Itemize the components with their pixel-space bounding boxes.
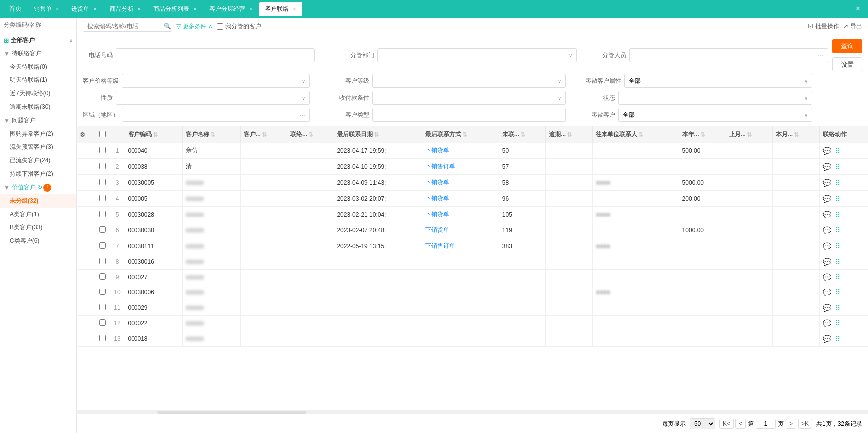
sidebar-item-declining[interactable]: 持续下滑客户(2)	[0, 167, 76, 181]
cell-last-type[interactable]	[422, 270, 499, 285]
col-no-contact[interactable]: 未联...⇅	[499, 126, 545, 143]
chat-icon[interactable]: 💬	[823, 258, 831, 266]
close-analysis-tab[interactable]: ×	[137, 6, 140, 12]
sidebar-item-tomorrow-pending[interactable]: 明天待联络(1)	[0, 73, 76, 87]
chat-icon[interactable]: 💬	[823, 226, 831, 234]
row-checkbox[interactable]	[99, 195, 106, 201]
col-code[interactable]: 客户编码⇅	[125, 126, 183, 143]
chat-icon[interactable]: 💬	[823, 289, 831, 296]
filter-price-select[interactable]: ∨	[122, 74, 310, 88]
grid-action-icon[interactable]: ⠿	[835, 335, 840, 343]
row-checkbox[interactable]	[99, 258, 106, 264]
row-checkbox[interactable]	[99, 179, 106, 185]
grid-action-icon[interactable]: ⠿	[835, 258, 840, 266]
row-checkbox[interactable]	[99, 163, 106, 169]
home-tab[interactable]: 首页	[4, 4, 27, 13]
close-contact-tab[interactable]: ×	[293, 6, 296, 12]
nav-tab-analysis[interactable]: 商品分析 ×	[104, 2, 146, 16]
sidebar-item-churned[interactable]: 已流失客户(24)	[0, 154, 76, 167]
per-page-select[interactable]: 50 20 100	[690, 418, 715, 429]
sidebar-item-overdue-uncontacted[interactable]: 逾期未联络(30)	[0, 100, 76, 114]
row-checkbox[interactable]	[99, 304, 106, 310]
sidebar-item-class-a[interactable]: A类客户(1)	[0, 208, 76, 221]
collapse-icon[interactable]: «	[69, 38, 72, 43]
chat-icon[interactable]: 💬	[823, 304, 831, 312]
chat-icon[interactable]: 💬	[823, 147, 831, 155]
filter-payment-select[interactable]: ∨	[372, 91, 566, 105]
batch-operation-button[interactable]: ☑ 批量操作	[808, 22, 839, 31]
query-button[interactable]: 查询	[832, 39, 862, 53]
close-analysis-list-tab[interactable]: ×	[193, 6, 196, 12]
cell-last-type[interactable]: 下销货单	[422, 191, 499, 207]
nav-tab-analysis-list[interactable]: 商品分析列表 ×	[147, 2, 202, 16]
window-close-button[interactable]: ×	[852, 4, 864, 13]
col-overdue[interactable]: 逾期...⇅	[546, 126, 593, 143]
filter-person-select[interactable]: ···	[629, 48, 828, 62]
grid-action-icon[interactable]: ⠿	[835, 195, 840, 203]
first-page-button[interactable]: K<	[719, 419, 734, 429]
col-this-month[interactable]: 本月...⇅	[773, 126, 819, 143]
my-customer-checkbox[interactable]	[217, 23, 223, 30]
grid-action-icon[interactable]: ⠿	[835, 304, 840, 312]
col-last-type[interactable]: 最后联系方式⇅	[422, 126, 499, 143]
cell-last-type[interactable]: 下销售订单	[422, 159, 499, 175]
row-checkbox[interactable]	[99, 319, 106, 326]
nav-tab-customer-contact[interactable]: 客户联络 ×	[259, 2, 302, 16]
sidebar-item-class-b[interactable]: B类客户(33)	[0, 221, 76, 234]
grid-action-icon[interactable]: ⠿	[835, 147, 840, 155]
close-purchase-tab[interactable]: ×	[93, 6, 96, 12]
chat-icon[interactable]: 💬	[823, 179, 831, 187]
row-checkbox[interactable]	[99, 226, 106, 233]
col-unit-contact[interactable]: 往来单位联系人⇅	[593, 126, 679, 143]
cell-last-type[interactable]: 下销货单	[422, 222, 499, 238]
select-all-checkbox[interactable]	[99, 131, 106, 137]
grid-action-icon[interactable]: ⠿	[835, 226, 840, 234]
cell-last-type[interactable]: 下销货单	[422, 143, 499, 159]
sidebar-item-today-pending[interactable]: 今天待联络(0)	[0, 60, 76, 73]
row-checkbox[interactable]	[99, 147, 106, 153]
nav-tab-purchase[interactable]: 进货单 ×	[66, 2, 102, 16]
chat-icon[interactable]: 💬	[823, 163, 831, 171]
grid-action-icon[interactable]: ⠿	[835, 163, 840, 171]
filter-phone-input[interactable]	[116, 48, 315, 62]
page-number-input[interactable]	[756, 419, 776, 429]
nav-tab-sales[interactable]: 销售单 ×	[28, 2, 65, 16]
cell-last-type[interactable]	[422, 331, 499, 347]
row-checkbox[interactable]	[99, 242, 106, 249]
col-settings[interactable]: ⚙	[77, 126, 95, 143]
sidebar-item-ungroupe[interactable]: 未分组(32)	[0, 194, 76, 208]
cell-last-type[interactable]	[422, 285, 499, 300]
col-last-month[interactable]: 上月...⇅	[726, 126, 772, 143]
filter-nature-select[interactable]: ∨	[116, 91, 310, 105]
grid-action-icon[interactable]: ⠿	[835, 273, 840, 281]
dots-icon[interactable]: ···	[818, 51, 824, 59]
col-last-date[interactable]: 最后联系日期⇅	[334, 126, 422, 143]
group-problem-header[interactable]: ▼ 问题客户	[0, 114, 76, 127]
main-search-input[interactable]	[87, 23, 162, 30]
nav-tab-customer-segment[interactable]: 客户分层经营 ×	[203, 2, 258, 16]
grid-action-icon[interactable]: ⠿	[835, 211, 840, 218]
chat-icon[interactable]: 💬	[823, 242, 831, 250]
grid-action-icon[interactable]: ⠿	[835, 179, 840, 187]
filter-retail-customer-select[interactable]: 全部 ∨	[618, 108, 812, 122]
last-page-button[interactable]: >K	[798, 419, 812, 429]
grid-action-icon[interactable]: ⠿	[835, 319, 840, 327]
filter-region-select[interactable]: ···	[122, 108, 310, 122]
row-checkbox[interactable]	[99, 273, 106, 280]
scrollbar-track[interactable]	[157, 411, 306, 414]
cell-last-type[interactable]: 下销货单	[422, 175, 499, 191]
grid-action-icon[interactable]: ⠿	[835, 242, 840, 250]
sidebar-item-class-c[interactable]: C类客户(6)	[0, 234, 76, 248]
close-segment-tab[interactable]: ×	[249, 6, 252, 12]
all-customers-header[interactable]: ⊞ 全部客户 «	[0, 32, 76, 47]
group-pending-contact-header[interactable]: ▼ 待联络客户	[0, 47, 76, 60]
filter-customer-type-select[interactable]	[372, 108, 566, 122]
close-sales-tab[interactable]: ×	[56, 6, 59, 12]
main-search-icon[interactable]: 🔍	[164, 23, 171, 30]
cell-last-type[interactable]	[422, 316, 499, 331]
refresh-icon[interactable]: ↻	[38, 184, 42, 191]
cell-last-type[interactable]	[422, 254, 499, 270]
filter-dept-select[interactable]: ∨	[377, 48, 576, 62]
row-checkbox[interactable]	[99, 211, 106, 217]
cell-last-type[interactable]: 下销货单	[422, 207, 499, 222]
